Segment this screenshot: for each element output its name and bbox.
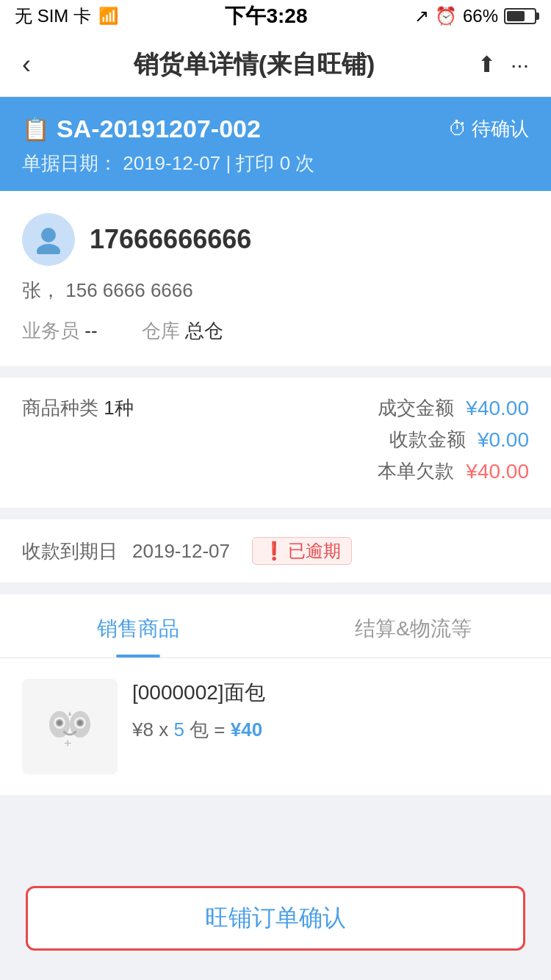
battery-percent: 66% bbox=[463, 6, 498, 26]
deal-amount-label: 成交金额 bbox=[378, 395, 454, 421]
product-qty: 5 bbox=[173, 718, 184, 741]
tabs-bar: 销售商品 结算&物流等 bbox=[0, 594, 551, 658]
battery-icon bbox=[504, 8, 536, 24]
product-price: ¥8 bbox=[132, 718, 154, 741]
order-id: 📋 SA-20191207-002 bbox=[22, 115, 261, 143]
product-item: + [0000002]面包 ¥8 x 5 包 = ¥40 bbox=[0, 658, 551, 795]
svg-point-8 bbox=[57, 721, 62, 725]
alarm-icon: ⏰ bbox=[435, 6, 457, 26]
salesperson-label: 业务员 bbox=[22, 320, 79, 342]
goods-type-value: 1种 bbox=[104, 397, 133, 419]
due-date-value: 2019-12-07 bbox=[132, 540, 230, 563]
goods-type-label: 商品种类 bbox=[22, 397, 98, 419]
confirm-order-button[interactable]: 旺铺订单确认 bbox=[26, 886, 525, 951]
svg-point-9 bbox=[78, 721, 82, 725]
nav-bar: ‹ 销货单详情(来自旺铺) ⬆ ··· bbox=[0, 32, 551, 97]
deal-amount-row: 成交金额 ¥40.00 bbox=[378, 395, 529, 421]
svg-point-1 bbox=[37, 244, 60, 254]
salesperson-meta: 业务员 -- bbox=[22, 318, 98, 344]
tab-products[interactable]: 销售商品 bbox=[0, 594, 276, 657]
carrier-label: 无 SIM 卡 bbox=[15, 4, 91, 28]
avatar bbox=[22, 213, 75, 266]
overdue-text: 已逾期 bbox=[288, 539, 341, 563]
order-status-text: 待确认 bbox=[472, 116, 529, 142]
amounts-card: 商品种类 1种 成交金额 ¥40.00 收款金额 ¥0.00 本单欠款 ¥40.… bbox=[0, 378, 551, 508]
calc-separator-2: = bbox=[214, 718, 230, 741]
customer-phone: 17666666666 bbox=[90, 224, 251, 255]
due-date-card: 收款到期日 2019-12-07 ❗ 已逾期 bbox=[0, 519, 551, 583]
warehouse-meta: 仓库 总仓 bbox=[142, 318, 223, 344]
order-header: 📋 SA-20191207-002 ⏱ 待确认 单据日期： 2019-12-07… bbox=[0, 97, 551, 191]
share-button[interactable]: ⬆ bbox=[478, 51, 496, 77]
payment-value: ¥0.00 bbox=[478, 428, 529, 452]
status-bar: 无 SIM 卡 📶 下午3:28 ↗ ⏰ 66% bbox=[0, 0, 551, 32]
overdue-icon: ❗ bbox=[263, 541, 285, 561]
customer-contact: 156 6666 6666 bbox=[65, 279, 193, 301]
balance-label: 本单欠款 bbox=[378, 458, 454, 484]
time-display: 下午3:28 bbox=[225, 2, 307, 30]
product-calc: ¥8 x 5 包 = ¥40 bbox=[132, 717, 529, 743]
nav-actions: ⬆ ··· bbox=[478, 51, 529, 77]
wifi-icon: 📶 bbox=[98, 7, 118, 26]
order-id-row: 📋 SA-20191207-002 ⏱ 待确认 bbox=[22, 115, 529, 143]
balance-value: ¥40.00 bbox=[466, 460, 529, 483]
customer-name: 张， 156 6666 6666 bbox=[22, 278, 529, 303]
deal-amount-value: ¥40.00 bbox=[466, 397, 529, 420]
product-total: ¥40 bbox=[231, 718, 262, 741]
customer-card: 17666666666 张， 156 6666 6666 业务员 -- 仓库 总… bbox=[0, 191, 551, 366]
status-right: ↗ ⏰ 66% bbox=[414, 6, 536, 26]
order-id-text: SA-20191207-002 bbox=[57, 115, 261, 143]
order-date: 2019-12-07 bbox=[123, 152, 220, 174]
product-name: [0000002]面包 bbox=[132, 679, 529, 707]
page-title: 销货单详情(来自旺铺) bbox=[134, 48, 375, 82]
product-thumbnail: + bbox=[22, 679, 118, 774]
tab-settlement[interactable]: 结算&物流等 bbox=[276, 594, 551, 657]
amount-rows: 成交金额 ¥40.00 收款金额 ¥0.00 本单欠款 ¥40.00 bbox=[378, 395, 529, 490]
product-info: [0000002]面包 ¥8 x 5 包 = ¥40 bbox=[132, 679, 529, 743]
product-unit: 包 bbox=[190, 718, 209, 741]
order-status: ⏱ 待确认 bbox=[448, 116, 529, 142]
customer-meta: 业务员 -- 仓库 总仓 bbox=[22, 318, 529, 344]
svg-text:+: + bbox=[64, 736, 72, 751]
warehouse-label: 仓库 bbox=[142, 320, 180, 342]
payment-label: 收款金额 bbox=[389, 427, 466, 453]
svg-marker-10 bbox=[68, 711, 71, 716]
goods-count: 商品种类 1种 bbox=[22, 395, 134, 421]
payment-row: 收款金额 ¥0.00 bbox=[378, 427, 529, 453]
date-separator: | bbox=[226, 152, 236, 174]
warehouse-value: 总仓 bbox=[185, 320, 223, 342]
overdue-badge: ❗ 已逾期 bbox=[252, 537, 352, 565]
order-date-row: 单据日期： 2019-12-07 | 打印 0 次 bbox=[22, 151, 529, 176]
status-left: 无 SIM 卡 📶 bbox=[15, 4, 118, 28]
calc-separator-1: x bbox=[159, 718, 173, 741]
due-date-label: 收款到期日 bbox=[22, 538, 118, 564]
product-list: + [0000002]面包 ¥8 x 5 包 = ¥40 bbox=[0, 658, 551, 795]
status-clock-icon: ⏱ bbox=[448, 118, 467, 140]
more-button[interactable]: ··· bbox=[511, 52, 529, 77]
svg-point-0 bbox=[41, 228, 56, 242]
location-icon: ↗ bbox=[414, 6, 429, 26]
confirm-btn-wrap: 旺铺订单确认 bbox=[26, 886, 525, 951]
balance-row: 本单欠款 ¥40.00 bbox=[378, 458, 529, 484]
back-button[interactable]: ‹ bbox=[22, 49, 31, 80]
order-icon: 📋 bbox=[22, 116, 49, 142]
date-label: 单据日期： bbox=[22, 152, 118, 174]
customer-row: 17666666666 bbox=[22, 213, 529, 266]
print-info: 打印 0 次 bbox=[236, 152, 314, 174]
salesperson-value: -- bbox=[84, 320, 97, 342]
